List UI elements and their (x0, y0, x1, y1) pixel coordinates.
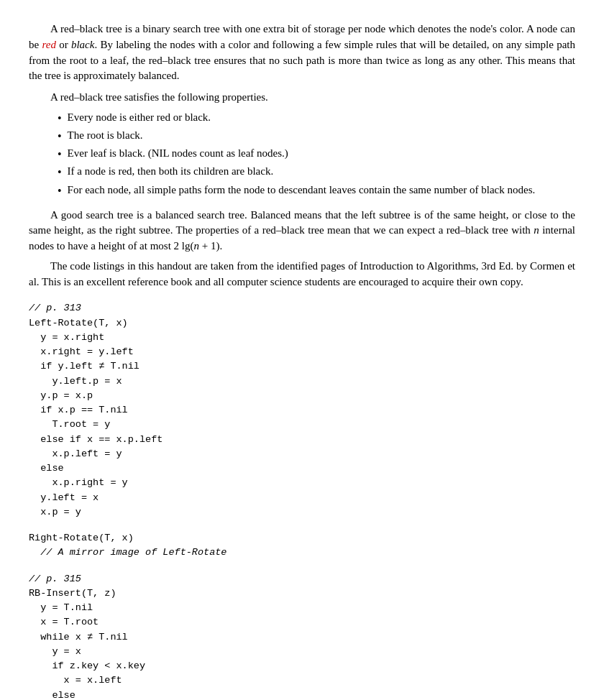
list-item: • The root is black. (58, 128, 575, 144)
list-item-text: Every node is either red or black. (68, 110, 211, 126)
second-paragraph: A good search tree is a balanced search … (29, 208, 575, 254)
list-item: • If a node is red, then both its childr… (58, 164, 575, 180)
n-italic2: n (194, 240, 200, 252)
list-item: • For each node, all simple paths form t… (58, 183, 575, 199)
list-item-text: Ever leaf is black. (NIL nodes count as … (68, 146, 288, 162)
code-comment-2: // A mirror image of Left-Rotate (40, 547, 226, 558)
code-block-2: Right-Rotate(T, x) // A mirror image of … (29, 531, 575, 561)
code-comment-3: // p. 315 (29, 574, 81, 584)
properties-heading: A red–black tree satisfies the following… (29, 90, 575, 106)
code-block-1: // p. 313 Left-Rotate(T, x) y = x.right … (29, 301, 575, 520)
bullet-dot: • (58, 183, 62, 199)
code-section-2: Right-Rotate(T, x) // A mirror image of … (29, 531, 575, 561)
third-paragraph: The code listings in this handout are ta… (29, 259, 575, 290)
black-word: black (71, 39, 94, 50)
code-section-3: // p. 315 RB-Insert(T, z) y = T.nil x = … (29, 572, 575, 700)
code-block-3: // p. 315 RB-Insert(T, z) y = T.nil x = … (29, 572, 575, 700)
list-item: • Ever leaf is black. (NIL nodes count a… (58, 146, 575, 162)
properties-list: • Every node is either red or black. • T… (58, 110, 575, 199)
n-italic: n (534, 224, 539, 236)
list-item-text: For each node, all simple paths form the… (68, 183, 536, 198)
code-section-1: // p. 313 Left-Rotate(T, x) y = x.right … (29, 301, 575, 520)
red-word: red (42, 39, 55, 50)
list-item: • Every node is either red or black. (58, 110, 575, 126)
list-item-text: The root is black. (68, 128, 143, 144)
bullet-dot: • (58, 128, 62, 144)
bullet-dot: • (58, 146, 62, 162)
bullet-dot: • (58, 164, 62, 180)
list-item-text: If a node is red, then both its children… (68, 164, 274, 180)
intro-paragraph-1: A red–black tree is a binary search tree… (29, 22, 575, 84)
bullet-dot: • (58, 110, 62, 126)
code-comment-1: // p. 313 (29, 303, 81, 313)
